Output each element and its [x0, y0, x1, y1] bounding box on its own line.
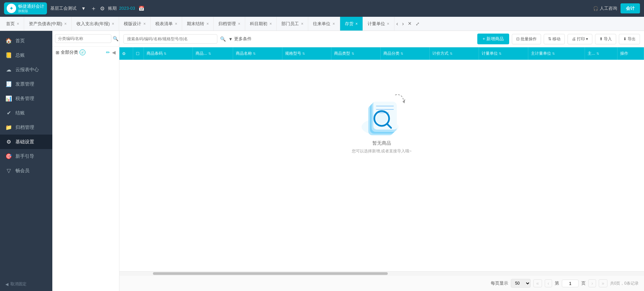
- batch-operation-btn[interactable]: ⊡ 批量操作: [512, 34, 541, 44]
- tab-expand-btn[interactable]: ⤢: [414, 21, 422, 27]
- col-price-method[interactable]: 计价方式 ⇅: [430, 47, 479, 60]
- svg-point-9: [376, 113, 387, 124]
- category-search-btn[interactable]: 🔍: [113, 36, 118, 41]
- print-dropdown-icon: ▾: [586, 37, 588, 41]
- tab-close-balance[interactable]: ×: [64, 21, 67, 26]
- page-last-btn[interactable]: »: [599, 279, 607, 287]
- page-number-input[interactable]: [562, 280, 579, 287]
- sidebar-item-archive[interactable]: 📁 归档管理: [0, 120, 52, 135]
- sidebar-item-ledger[interactable]: 📒 总账: [0, 48, 52, 62]
- import-icon: ⬆: [599, 37, 603, 41]
- sidebar-item-member[interactable]: ▽ 畅会员: [0, 163, 52, 178]
- tab-contacts[interactable]: 往来单位 ×: [308, 17, 340, 31]
- tab-close-homepage[interactable]: ×: [17, 21, 19, 26]
- period-label: 账期 2023-03: [108, 5, 135, 11]
- category-edit-btn[interactable]: ✏: [106, 50, 110, 55]
- add-product-btn[interactable]: + 新增商品: [477, 34, 509, 44]
- tab-close-template[interactable]: ×: [143, 21, 146, 26]
- top-bar: 🔍 ▼ 更多条件 + 新增商品 ⊡ 批量操作 ⇅ 移动: [119, 31, 644, 47]
- col-main-abbr[interactable]: 主... ⇅: [585, 47, 618, 60]
- col-code[interactable]: 商品... ⇅: [193, 47, 233, 60]
- tab-department[interactable]: 部门员工 ×: [277, 17, 308, 31]
- tab-archive[interactable]: 归档管理 ×: [214, 17, 245, 31]
- sidebar-unpin-btn[interactable]: ◀ 取消固定: [0, 277, 52, 291]
- col-name[interactable]: 商品名称 ⇅: [233, 47, 282, 60]
- move-btn[interactable]: ⇅ 移动: [544, 34, 565, 44]
- tab-close-inventory[interactable]: ×: [356, 21, 358, 26]
- tab-prev-btn[interactable]: ‹: [394, 21, 400, 27]
- service-btn[interactable]: 🎧 人工咨询: [593, 5, 617, 11]
- app-logo-text: 畅捷通好会计 旗舰版: [18, 4, 44, 13]
- company-name: 基层工会测试: [50, 5, 76, 11]
- tab-balance-sheet[interactable]: 资产负债表(中期) ×: [24, 17, 72, 31]
- tab-close-income[interactable]: ×: [112, 21, 114, 26]
- calendar-btn[interactable]: 📅: [139, 6, 144, 11]
- sidebar-item-tax[interactable]: 📊 税务管理: [0, 91, 52, 106]
- tab-close-subject[interactable]: ×: [269, 21, 272, 26]
- product-search-btn[interactable]: 🔍: [220, 36, 226, 42]
- grid-icon: ⊞: [56, 50, 59, 55]
- period-value: 2023-03: [119, 6, 135, 11]
- page-next-btn[interactable]: ›: [588, 279, 596, 287]
- category-all-item[interactable]: ⊞ 全部分类 ✓: [56, 49, 104, 55]
- headset-icon: 🎧: [593, 6, 598, 11]
- tab-close-contacts[interactable]: ×: [332, 21, 335, 26]
- app-logo[interactable]: ✦ 畅捷通好会计 旗舰版: [4, 2, 47, 14]
- print-icon: 🖨: [572, 37, 576, 41]
- tab-homepage[interactable]: 首页 ×: [1, 17, 24, 31]
- header-settings-btn[interactable]: ⚙: [100, 5, 105, 12]
- invoice-icon: 🧾: [5, 81, 12, 87]
- sidebar-item-close-account[interactable]: ✔ 结账: [0, 106, 52, 120]
- per-page-select[interactable]: 50 100 200: [511, 279, 531, 288]
- unpin-icon: ◀: [5, 282, 8, 287]
- sidebar-item-home[interactable]: 🏠 首页: [0, 34, 52, 48]
- tab-measure-unit[interactable]: 计量单位 ×: [363, 17, 394, 31]
- import-btn[interactable]: ⬆ 导入: [595, 34, 616, 44]
- horizontal-scrollbar[interactable]: [119, 271, 644, 275]
- sidebar-item-basic-settings[interactable]: ⚙ 基础设置: [0, 135, 52, 149]
- col-settings[interactable]: ⚙: [119, 47, 133, 60]
- sidebar-item-guide[interactable]: 🎯 新手引导: [0, 149, 52, 163]
- tab-template[interactable]: 模版设计 ×: [119, 17, 151, 31]
- tab-next-btn[interactable]: ›: [400, 21, 406, 27]
- tab-tax-list[interactable]: 税表清单 ×: [151, 17, 182, 31]
- tab-subject-init[interactable]: 科目期初 ×: [245, 17, 277, 31]
- sidebar-item-invoice[interactable]: 🧾 发票管理: [0, 77, 52, 91]
- col-unit[interactable]: 计量单位 ⇅: [479, 47, 528, 60]
- company-dropdown-btn[interactable]: ▼: [80, 6, 87, 11]
- tab-close-archive[interactable]: ×: [238, 21, 240, 26]
- tab-close-all-btn[interactable]: ×: [406, 20, 414, 27]
- scrollbar-thumb[interactable]: [153, 272, 388, 275]
- col-main-unit[interactable]: 主计量单位 ⇅: [528, 47, 585, 60]
- col-checkbox[interactable]: ☐: [133, 47, 144, 60]
- sort-main-unit-icon: ⇅: [552, 52, 555, 55]
- category-search-input[interactable]: [55, 34, 111, 43]
- sort-spec-icon: ⇅: [302, 52, 305, 55]
- svg-marker-11: [402, 99, 405, 103]
- tab-close-measure[interactable]: ×: [387, 21, 389, 26]
- print-btn[interactable]: 🖨 打印 ▾: [568, 34, 592, 44]
- export-btn[interactable]: ⬇ 导出: [619, 34, 640, 44]
- tab-inventory[interactable]: 存货 ×: [340, 17, 363, 31]
- col-spec[interactable]: 规格型号 ⇅: [282, 47, 331, 60]
- category-check-icon: ✓: [79, 49, 86, 55]
- col-action: 操作: [618, 47, 644, 60]
- account-btn[interactable]: 会计: [621, 3, 640, 13]
- more-filter-btn[interactable]: ▼ 更多条件: [228, 36, 252, 42]
- tab-close-period[interactable]: ×: [206, 21, 209, 26]
- close-account-icon: ✔: [5, 110, 12, 116]
- product-search-input[interactable]: [123, 34, 217, 44]
- header-add-btn[interactable]: ＋: [91, 4, 97, 12]
- tab-close-dept[interactable]: ×: [301, 21, 303, 26]
- col-barcode[interactable]: 商品条码 ⇅: [144, 47, 193, 60]
- panel-collapse-btn[interactable]: ◀: [112, 50, 116, 55]
- tab-close-tax[interactable]: ×: [175, 21, 177, 26]
- tab-income-statement[interactable]: 收入支出表(年报) ×: [72, 17, 119, 31]
- col-category[interactable]: 商品分类 ⇅: [380, 47, 430, 60]
- sidebar-item-cloud-report[interactable]: ☁ 云报表中心: [0, 62, 52, 77]
- page-first-btn[interactable]: «: [533, 279, 542, 287]
- pagination-bar: 每页显示 50 100 200 « ‹ 第 页 › » 共0页，0条记录: [119, 275, 644, 291]
- page-prev-btn[interactable]: ‹: [545, 279, 552, 287]
- tab-period-end[interactable]: 期末结转 ×: [182, 17, 214, 31]
- col-type[interactable]: 商品类型 ⇅: [331, 47, 381, 60]
